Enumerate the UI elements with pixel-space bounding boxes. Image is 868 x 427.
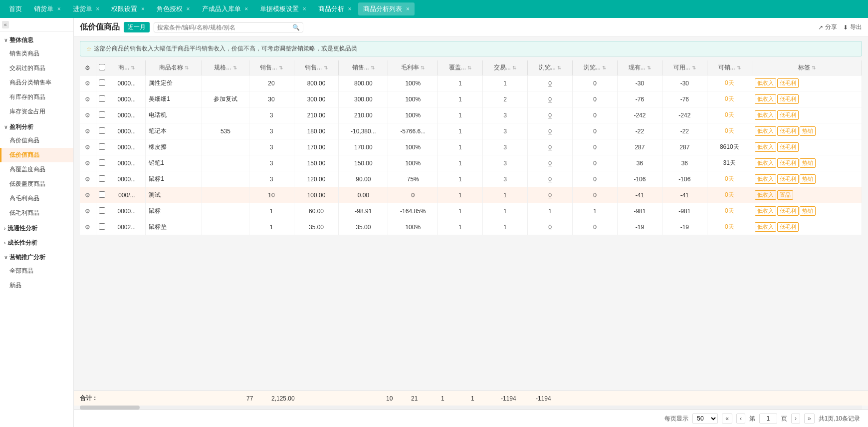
export-button[interactable]: ⬇ 导出	[843, 23, 862, 31]
sidebar-item-category-rate[interactable]: 商品分类销售率	[0, 75, 73, 90]
sidebar-item-low-coverage[interactable]: 低覆盖度商品	[0, 177, 73, 191]
search-box[interactable]: 🔍	[154, 22, 303, 32]
sidebar-item-stocked-goods[interactable]: 有库存的商品	[0, 90, 73, 104]
settings-cell[interactable]: ⚙	[80, 123, 96, 139]
view1-link[interactable]: 0	[548, 96, 552, 103]
sidebar-group-circulation[interactable]: › 流通性分析	[0, 220, 73, 235]
close-icon[interactable]: ×	[187, 5, 190, 12]
close-icon[interactable]: ×	[406, 5, 410, 12]
settings-cell[interactable]: ⚙	[80, 171, 96, 187]
nav-template-settings[interactable]: 单据模板设置 ×	[255, 2, 311, 15]
view1[interactable]: 0	[528, 91, 573, 107]
select-all-checkbox[interactable]	[99, 64, 105, 70]
row-checkbox[interactable]	[99, 191, 105, 198]
checkbox-cell[interactable]	[96, 107, 108, 123]
view1[interactable]: 0	[528, 75, 573, 91]
nav-product-analysis[interactable]: 商品分析 ×	[313, 2, 357, 15]
settings-cell[interactable]: ⚙	[80, 107, 96, 123]
checkbox-cell[interactable]	[96, 75, 108, 91]
row-checkbox[interactable]	[99, 143, 105, 150]
prev-page-button[interactable]: ‹	[736, 414, 745, 424]
view1[interactable]: 0	[528, 171, 573, 187]
sidebar-item-high-value[interactable]: 高价值商品	[0, 133, 73, 148]
row-checkbox[interactable]	[99, 159, 105, 166]
nav-role-auth[interactable]: 角色授权 ×	[152, 2, 195, 15]
settings-cell[interactable]: ⚙	[80, 75, 96, 91]
view1-link[interactable]: 0	[548, 176, 552, 183]
close-icon[interactable]: ×	[244, 5, 248, 12]
row-checkbox[interactable]	[99, 207, 105, 214]
row-checkbox[interactable]	[99, 111, 105, 118]
page-number-input[interactable]	[759, 414, 777, 424]
settings-cell[interactable]: ⚙	[80, 203, 96, 219]
view1-link[interactable]: 0	[548, 192, 552, 199]
view1[interactable]: 0	[528, 187, 573, 203]
th-checkbox[interactable]	[96, 60, 108, 75]
sidebar-item-sales-goods[interactable]: 销售类商品	[0, 46, 73, 61]
sidebar-collapse-button[interactable]: «	[2, 21, 9, 28]
close-icon[interactable]: ×	[348, 5, 351, 12]
view1[interactable]: 0	[528, 107, 573, 123]
nav-home[interactable]: 首页	[4, 2, 27, 15]
row-checkbox[interactable]	[99, 79, 105, 86]
settings-cell[interactable]: ⚙	[80, 187, 96, 203]
view1-link[interactable]: 0	[548, 128, 552, 135]
row-checkbox[interactable]	[99, 223, 105, 230]
close-icon[interactable]: ×	[96, 5, 99, 12]
row-checkbox[interactable]	[99, 95, 105, 102]
view1-link[interactable]: 0	[548, 160, 552, 167]
sidebar-item-high-margin[interactable]: 高毛利商品	[0, 191, 73, 206]
nav-product-analysis-list[interactable]: 商品分析列表 ×	[358, 2, 415, 15]
view1[interactable]: 0	[528, 219, 573, 235]
view1-link[interactable]: 0	[548, 80, 552, 87]
sidebar-item-low-margin[interactable]: 低毛利商品	[0, 206, 73, 220]
share-button[interactable]: ↗ 分享	[818, 23, 837, 31]
checkbox-cell[interactable]	[96, 139, 108, 155]
checkbox-cell[interactable]	[96, 123, 108, 139]
nav-purchase-order[interactable]: 进货单 ×	[68, 2, 105, 15]
close-icon[interactable]: ×	[141, 5, 145, 12]
first-page-button[interactable]: «	[722, 414, 732, 424]
checkbox-cell[interactable]	[96, 171, 108, 187]
sidebar-item-high-coverage[interactable]: 高覆盖度商品	[0, 162, 73, 177]
view1[interactable]: 1	[528, 203, 573, 219]
row-checkbox[interactable]	[99, 175, 105, 182]
scrollbar-thumb[interactable]	[80, 406, 140, 410]
checkbox-cell[interactable]	[96, 187, 108, 203]
view1-link[interactable]: 1	[548, 208, 552, 215]
sidebar-item-low-value[interactable]: 低价值商品	[0, 148, 73, 162]
next-page-button[interactable]: ›	[791, 414, 800, 424]
sidebar-group-growth[interactable]: › 成长性分析	[0, 235, 73, 249]
last-page-button[interactable]: »	[804, 414, 815, 424]
settings-cell[interactable]: ⚙	[80, 139, 96, 155]
time-filter-button[interactable]: 近一月	[124, 22, 150, 32]
checkbox-cell[interactable]	[96, 155, 108, 171]
checkbox-cell[interactable]	[96, 219, 108, 235]
sidebar-item-traded-goods[interactable]: 交易过的商品	[0, 61, 73, 75]
close-icon[interactable]: ×	[57, 5, 61, 12]
view1[interactable]: 0	[528, 123, 573, 139]
sidebar-group-marketing[interactable]: ∨ 营销推广分析	[0, 249, 73, 264]
view1-link[interactable]: 0	[548, 224, 552, 231]
sidebar-item-inventory-capital[interactable]: 库存资金占用	[0, 104, 73, 119]
view1-link[interactable]: 0	[548, 144, 552, 151]
checkbox-cell[interactable]	[96, 203, 108, 219]
settings-cell[interactable]: ⚙	[80, 219, 96, 235]
close-icon[interactable]: ×	[303, 5, 306, 12]
checkbox-cell[interactable]	[96, 91, 108, 107]
sidebar-group-overall[interactable]: ∨ 整体信息	[0, 32, 73, 46]
sidebar-group-profit[interactable]: ∨ 盈利分析	[0, 119, 73, 133]
horizontal-scrollbar[interactable]	[80, 406, 862, 410]
nav-sales-order[interactable]: 销货单 ×	[29, 2, 66, 15]
view1[interactable]: 0	[528, 139, 573, 155]
th-settings[interactable]: ⚙	[80, 60, 96, 75]
settings-cell[interactable]: ⚙	[80, 91, 96, 107]
sidebar-item-all-goods[interactable]: 全部商品	[0, 264, 73, 278]
view1[interactable]: 0	[528, 155, 573, 171]
view1-link[interactable]: 0	[548, 112, 552, 119]
search-input[interactable]	[157, 24, 292, 31]
sidebar-item-new-goods[interactable]: 新品	[0, 278, 73, 293]
nav-product-inbound[interactable]: 产成品入库单 ×	[197, 2, 253, 15]
nav-permissions[interactable]: 权限设置 ×	[106, 2, 150, 15]
search-icon[interactable]: 🔍	[292, 24, 300, 31]
